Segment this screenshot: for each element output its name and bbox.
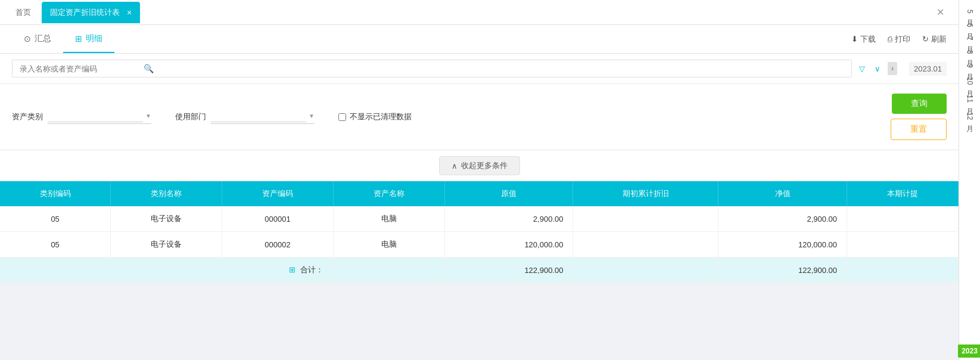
col-accumulated-depreciation: 期初累计折旧 <box>573 181 718 206</box>
month-item[interactable]: 6月 <box>962 18 977 32</box>
search-input[interactable] <box>20 64 139 73</box>
cell-accumulated-depreciation <box>573 232 718 257</box>
collapse-button[interactable]: ∧ 收起更多条件 <box>439 156 520 175</box>
total-empty-name <box>333 257 444 283</box>
col-current-depreciation: 本期计提 <box>847 181 959 206</box>
cell-asset-code: 000001 <box>222 206 334 232</box>
cell-asset-code: 000002 <box>222 232 334 257</box>
col-asset-code: 资产编码 <box>222 181 334 206</box>
month-item[interactable]: 9月 <box>962 59 977 73</box>
detail-icon: ⊞ <box>75 34 82 44</box>
month-item[interactable]: 10月 <box>962 72 977 89</box>
collapse-up-icon: ∧ <box>452 162 458 170</box>
search-icon[interactable]: 🔍 <box>144 64 154 73</box>
chevron-down-icon: ∨ <box>875 64 881 73</box>
summary-icon: ⊙ <box>24 34 31 44</box>
hide-cleared-filter: 不显示已清理数据 <box>338 111 412 122</box>
collapse-label: 收起更多条件 <box>461 160 508 171</box>
cell-asset-name: 电脑 <box>333 232 444 257</box>
reset-button[interactable]: 重置 <box>891 119 947 140</box>
tab-label: 固定资产折旧统计表 <box>50 7 120 18</box>
tab-home[interactable]: 首页 <box>10 7 37 18</box>
department-dropdown-icon: ▼ <box>309 113 315 119</box>
year-badge: 2023 <box>958 345 980 358</box>
tab-close-icon[interactable]: × <box>127 8 132 17</box>
filter-buttons: 查询 重置 <box>891 94 947 140</box>
total-net-value: 122,900.00 <box>718 257 847 283</box>
table-row: 05 电子设备 000001 电脑 2,900.00 2,900.00 <box>0 206 959 232</box>
filter-icon: ▽ <box>859 64 865 73</box>
search-area: 🔍 <box>12 60 852 77</box>
table-header-row: 类别编码 类别名称 资产编码 资产名称 原值 期初累计折旧 净值 本期计提 <box>0 181 959 206</box>
total-accumulated-depreciation <box>573 257 718 283</box>
col-category-code: 类别编码 <box>0 181 111 206</box>
print-label: 打印 <box>895 34 910 45</box>
month-item[interactable]: 5月 <box>962 5 977 18</box>
cell-category-name: 电子设备 <box>111 232 222 257</box>
refresh-icon: ↻ <box>922 35 929 44</box>
download-label: 下载 <box>860 34 876 45</box>
tab-bar: 首页 固定资产折旧统计表 × ✕ <box>0 0 959 25</box>
hide-cleared-checkbox[interactable] <box>338 113 346 121</box>
department-input[interactable] <box>211 110 306 122</box>
department-select-wrapper: ▼ <box>211 110 315 124</box>
tab-summary-label: 汇总 <box>35 33 51 44</box>
refresh-label: 刷新 <box>931 34 947 45</box>
cell-accumulated-depreciation <box>573 206 718 232</box>
asset-type-label: 资产类别 <box>12 111 43 122</box>
sub-tab-bar: ⊙ 汇总 ⊞ 明细 ⬇ 下载 ⎙ 打印 ↻ 刷新 <box>0 25 959 54</box>
total-original-value: 122,900.00 <box>444 257 573 283</box>
tab-detail-label: 明细 <box>86 33 102 44</box>
data-table: 类别编码 类别名称 资产编码 资产名称 原值 期初累计折旧 净值 本期计提 05… <box>0 181 959 283</box>
print-icon: ⎙ <box>888 35 892 44</box>
cell-current-depreciation <box>847 206 959 232</box>
collapse-row: ∧ 收起更多条件 <box>0 150 959 181</box>
month-item[interactable]: 7月 <box>962 32 977 45</box>
total-row: ⊞ 合计： 122,900.00 122,900.00 <box>0 257 959 283</box>
download-button[interactable]: ⬇ 下载 <box>851 34 876 45</box>
col-net-value: 净值 <box>718 181 847 206</box>
cell-net-value: 2,900.00 <box>718 206 847 232</box>
more-conditions-button[interactable]: ∨ <box>872 64 881 73</box>
cell-current-depreciation <box>847 232 959 257</box>
department-filter: 使用部门 ▼ <box>175 110 315 124</box>
cell-category-code: 05 <box>0 232 111 257</box>
tab-active[interactable]: 固定资产折旧统计表 × <box>42 2 140 23</box>
filter-row: 资产类别 ▼ 使用部门 ▼ 不显示已清理数据 查询 重置 <box>12 94 947 140</box>
expand-panel-button[interactable]: › <box>888 62 897 75</box>
table-row: 05 电子设备 000002 电脑 120,000.00 120,000.00 <box>0 232 959 257</box>
month-item[interactable]: 8月 <box>962 45 977 59</box>
asset-type-select-wrapper: ▼ <box>48 110 151 124</box>
total-current-depreciation <box>847 257 959 283</box>
asset-type-filter: 资产类别 ▼ <box>12 110 151 124</box>
tab-summary[interactable]: ⊙ 汇总 <box>12 25 63 53</box>
asset-type-input[interactable] <box>48 110 143 122</box>
cell-asset-name: 电脑 <box>333 206 444 232</box>
search-bar: 🔍 ▽ ∨ › 2023.01 <box>0 54 959 84</box>
col-category-name: 类别名称 <box>111 181 222 206</box>
cell-net-value: 120,000.00 <box>718 232 847 257</box>
refresh-button[interactable]: ↻ 刷新 <box>922 34 947 45</box>
cell-original-value: 120,000.00 <box>444 232 573 257</box>
query-button[interactable]: 查询 <box>892 94 947 114</box>
asset-type-dropdown-icon: ▼ <box>145 113 151 119</box>
col-asset-name: 资产名称 <box>333 181 444 206</box>
right-panel: 5月6月7月8月9月10月11月12月 2023 <box>959 0 980 360</box>
print-button[interactable]: ⎙ 打印 <box>888 34 910 45</box>
department-label: 使用部门 <box>175 111 206 122</box>
date-display: 2023.01 <box>909 62 947 76</box>
sub-tabs: ⊙ 汇总 ⊞ 明细 <box>12 25 114 53</box>
toolbar-right: ⬇ 下载 ⎙ 打印 ↻ 刷新 <box>851 34 947 45</box>
cell-category-name: 电子设备 <box>111 206 222 232</box>
filter-section: 资产类别 ▼ 使用部门 ▼ 不显示已清理数据 查询 重置 <box>0 84 959 150</box>
tab-detail[interactable]: ⊞ 明细 <box>63 25 114 53</box>
total-icon: ⊞ <box>289 265 295 274</box>
download-icon: ⬇ <box>851 35 858 44</box>
hide-cleared-label: 不显示已清理数据 <box>350 111 412 122</box>
cell-original-value: 2,900.00 <box>444 206 573 232</box>
window-close-button[interactable]: ✕ <box>932 4 949 20</box>
col-original-value: 原值 <box>444 181 573 206</box>
month-item[interactable]: 11月 <box>962 90 977 107</box>
total-label: ⊞ 合计： <box>0 257 333 283</box>
month-item[interactable]: 12月 <box>962 107 977 125</box>
